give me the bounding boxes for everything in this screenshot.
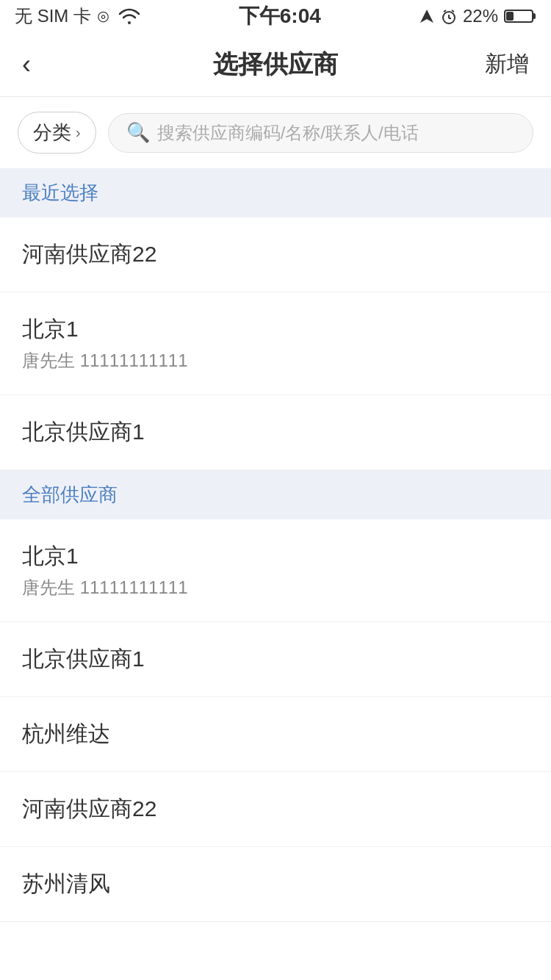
item-name: 北京供应商1 xyxy=(22,417,529,447)
search-icon: 🔍 xyxy=(126,121,150,144)
list-item[interactable]: 杭州维达 xyxy=(0,697,551,772)
list-item[interactable]: 北京供应商1 xyxy=(0,622,551,697)
location-icon xyxy=(419,8,435,24)
search-box[interactable]: 🔍 搜索供应商编码/名称/联系人/电话 xyxy=(108,113,533,153)
page-title: 选择供应商 xyxy=(213,48,338,82)
item-name: 北京供应商1 xyxy=(22,644,529,674)
battery-text: 22% xyxy=(463,6,498,26)
wifi-icon xyxy=(118,8,141,24)
list-item[interactable]: 苏州清风 xyxy=(0,847,551,922)
item-name: 北京1 xyxy=(22,541,529,572)
item-sub: 唐先生 11111111111 xyxy=(22,576,529,599)
search-placeholder-text: 搜索供应商编码/名称/联系人/电话 xyxy=(157,121,419,145)
add-button[interactable]: 新增 xyxy=(485,49,529,79)
svg-marker-0 xyxy=(420,10,433,23)
status-right: 22% xyxy=(419,6,536,26)
battery-icon xyxy=(504,8,536,24)
recent-section-header: 最近选择 xyxy=(0,168,551,217)
list-item[interactable]: 北京1唐先生 11111111111 xyxy=(0,292,551,395)
item-name: 河南供应商22 xyxy=(22,239,529,270)
alarm-icon xyxy=(441,8,457,24)
item-name: 杭州维达 xyxy=(22,719,529,749)
status-bar: 无 SIM 卡 ⊙ 下午6:04 22% xyxy=(0,0,551,32)
item-name: 河南供应商22 xyxy=(22,794,529,824)
svg-line-4 xyxy=(444,10,446,12)
all-section-header: 全部供应商 xyxy=(0,470,551,519)
back-button[interactable]: ‹ xyxy=(22,49,66,80)
item-name: 北京1 xyxy=(22,314,529,345)
all-items-list: 北京1唐先生 11111111111北京供应商1杭州维达河南供应商22苏州清风 xyxy=(0,519,551,922)
recent-items-list: 河南供应商22北京1唐先生 11111111111北京供应商1 xyxy=(0,217,551,470)
recent-section-label: 最近选择 xyxy=(22,181,98,203)
svg-rect-8 xyxy=(506,12,514,21)
filter-bar: 分类 › 🔍 搜索供应商编码/名称/联系人/电话 xyxy=(0,97,551,168)
list-item[interactable]: 北京供应商1 xyxy=(0,395,551,470)
list-item[interactable]: 河南供应商22 xyxy=(0,772,551,847)
item-sub: 唐先生 11111111111 xyxy=(22,349,529,372)
svg-rect-7 xyxy=(533,13,536,19)
category-label: 分类 xyxy=(33,120,71,145)
item-name: 苏州清风 xyxy=(22,869,529,899)
nav-bar: ‹ 选择供应商 新增 xyxy=(0,32,551,97)
no-sim-text: 无 SIM 卡 ⊙ xyxy=(15,4,110,28)
category-button[interactable]: 分类 › xyxy=(18,112,96,154)
status-left: 无 SIM 卡 ⊙ xyxy=(15,4,141,28)
all-section-label: 全部供应商 xyxy=(22,483,118,505)
svg-line-5 xyxy=(452,10,454,12)
status-time: 下午6:04 xyxy=(239,2,321,30)
chevron-right-icon: › xyxy=(76,124,81,141)
list-item[interactable]: 北京1唐先生 11111111111 xyxy=(0,519,551,622)
list-item[interactable]: 河南供应商22 xyxy=(0,217,551,292)
